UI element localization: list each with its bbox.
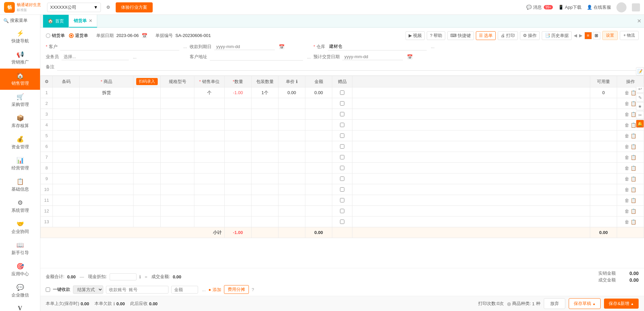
warehouse-input[interactable]: 建材仓 (328, 43, 427, 50)
due-date-input[interactable] (214, 43, 275, 50)
cell-unit[interactable] (194, 152, 225, 163)
cell-product[interactable] (80, 195, 134, 206)
cell-amount[interactable] (305, 184, 332, 195)
cell-pack-qty[interactable] (252, 195, 278, 206)
salesperson-input[interactable] (62, 53, 129, 60)
copy-icon[interactable]: 📋 (631, 133, 636, 139)
cell-spec[interactable] (161, 163, 194, 173)
cell-spec[interactable] (161, 173, 194, 184)
gift-checkbox[interactable] (340, 177, 344, 181)
notes-input[interactable] (57, 63, 639, 71)
cell-gift[interactable] (332, 141, 352, 152)
customer-input[interactable] (60, 43, 179, 50)
delete-icon[interactable]: 🗑 (624, 176, 629, 182)
cell-gift[interactable] (332, 109, 352, 120)
cell-spec[interactable] (161, 184, 194, 195)
cell-price[interactable] (278, 141, 305, 152)
cell-gift[interactable] (332, 184, 352, 195)
discount-input[interactable] (110, 273, 137, 280)
copy-icon[interactable]: 📋 (631, 208, 636, 214)
cell-product[interactable] (80, 173, 134, 184)
message-btn[interactable]: 💬 消息 99+ (526, 4, 553, 10)
cell-barcode[interactable] (53, 98, 80, 109)
customer-addr-ellipsis[interactable]: ... (307, 54, 311, 60)
tab-close-icon[interactable]: ✕ (89, 18, 92, 23)
close-all-tabs-btn[interactable]: ✕ (637, 18, 641, 24)
radio-return-order[interactable]: 退货单 (69, 33, 88, 39)
cell-barcode[interactable] (53, 173, 80, 184)
sidebar-item-apps[interactable]: 🎯 应用中心 (0, 259, 40, 280)
cell-gift[interactable] (332, 195, 352, 206)
view-toggle-list[interactable]: ≡ (584, 32, 592, 39)
cell-gift[interactable] (332, 120, 352, 130)
cell-gift[interactable] (332, 206, 352, 217)
cell-qty[interactable] (225, 173, 252, 184)
cell-gift[interactable] (332, 163, 352, 173)
copy-icon[interactable]: 📋 (631, 198, 636, 203)
cell-price[interactable] (278, 206, 305, 217)
next-record-icon[interactable]: ▶ (579, 33, 582, 38)
cell-spec[interactable] (161, 195, 194, 206)
delete-icon[interactable]: 🗑 (624, 219, 629, 225)
cell-product[interactable] (80, 217, 134, 227)
cell-unit[interactable] (194, 109, 225, 120)
cell-pack-qty[interactable] (252, 173, 278, 184)
gift-checkbox[interactable] (340, 101, 344, 106)
customer-addr-input[interactable] (210, 53, 303, 61)
app-download-btn[interactable]: 📱 App下载 (558, 4, 581, 10)
sidebar-item-member[interactable]: V 畅会员 (0, 302, 40, 311)
setting-btn[interactable]: 设置 (602, 31, 618, 40)
cell-unit[interactable] (194, 195, 225, 206)
cell-product[interactable] (80, 152, 134, 163)
gift-checkbox[interactable] (340, 144, 344, 149)
cell-product[interactable] (80, 184, 134, 195)
cell-unit[interactable] (194, 141, 225, 152)
cell-price[interactable] (278, 130, 305, 141)
pay-method-select[interactable]: 结算方式 (73, 285, 103, 294)
copy-icon[interactable]: 📋 (631, 187, 636, 192)
cell-unit[interactable] (194, 120, 225, 130)
toolbar-help-btn[interactable]: ? 帮助 (427, 31, 445, 40)
cell-qty[interactable] (225, 98, 252, 109)
payment-amount-input[interactable] (171, 286, 198, 294)
avatar[interactable] (616, 2, 627, 12)
view-toggle-grid[interactable]: ⊞ (593, 32, 600, 39)
cell-pack-qty[interactable] (252, 152, 278, 163)
cell-qty[interactable] (225, 217, 252, 227)
cell-unit[interactable] (194, 173, 225, 184)
copy-icon[interactable]: 📋 (631, 144, 636, 149)
cell-price[interactable] (278, 184, 305, 195)
gift-checkbox[interactable] (340, 123, 344, 127)
cell-qty[interactable] (225, 206, 252, 217)
cell-barcode[interactable] (53, 130, 80, 141)
expected-delivery-calendar-icon[interactable]: 📅 (407, 54, 413, 60)
cell-product[interactable] (80, 120, 134, 130)
save-new-btn[interactable]: 保存&新增 ▲ (604, 299, 639, 309)
cell-gift[interactable] (332, 173, 352, 184)
cell-spec[interactable] (161, 141, 194, 152)
flow-btn[interactable]: + 物流 (620, 31, 639, 40)
cell-barcode[interactable] (53, 152, 80, 163)
cell-product[interactable] (80, 163, 134, 173)
cell-amount[interactable] (305, 120, 332, 130)
right-btn-6[interactable]: ✂ (636, 111, 644, 119)
cell-barcode[interactable] (53, 120, 80, 130)
cell-price[interactable]: 0.00 (278, 87, 305, 98)
cell-price[interactable] (278, 173, 305, 184)
cell-spec[interactable] (161, 152, 194, 163)
due-date-calendar-icon[interactable]: 📅 (279, 44, 285, 49)
experience-btn[interactable]: 体验行业方案 (116, 2, 153, 12)
delete-icon[interactable]: 🗑 (624, 144, 629, 149)
discard-btn[interactable]: 放弃 (544, 298, 565, 309)
toolbar-history-btn[interactable]: 📑 历史单据 (542, 31, 572, 40)
cell-amount[interactable] (305, 206, 332, 217)
search-menu[interactable]: 🔍 搜索菜单 (0, 15, 40, 26)
bank-account-input[interactable] (106, 286, 168, 294)
cell-pack-qty[interactable] (252, 109, 278, 120)
delete-icon[interactable]: 🗑 (624, 112, 629, 117)
sidebar-item-system[interactable]: ⚙ 系统管理 (0, 196, 40, 217)
copy-icon[interactable]: 📋 (631, 112, 636, 117)
sidebar-item-purchase[interactable]: 🛒 采购管理 (0, 90, 40, 111)
cell-unit[interactable] (194, 206, 225, 217)
tab-sales-order[interactable]: 销货单 ✕ (69, 15, 97, 28)
